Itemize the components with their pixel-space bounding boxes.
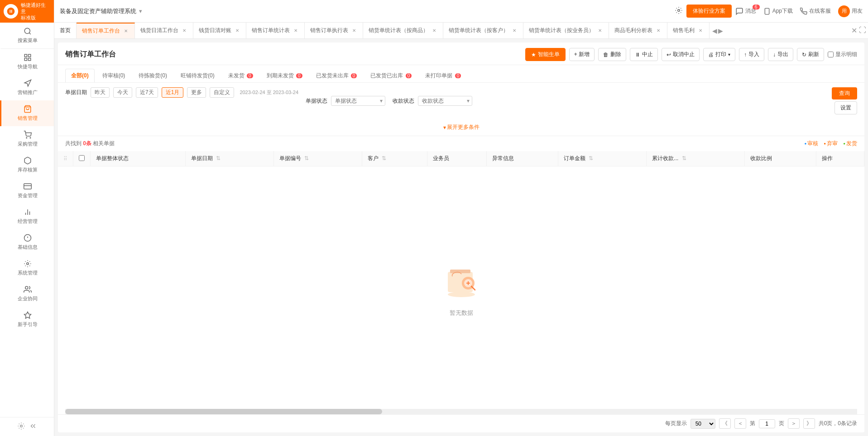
tab-next-icon[interactable]: ▶ (718, 27, 723, 34)
tab-close-icon[interactable]: ✕ (511, 28, 518, 34)
tab-sales-customer[interactable]: 销货单统计表（按客户） ✕ (443, 23, 523, 39)
review-action-button[interactable]: 审核 (804, 140, 818, 147)
solution-button[interactable]: 体验行业方案 (686, 5, 732, 18)
tab-close-all-icon[interactable]: ✕ (851, 26, 857, 35)
sidebar-item-search[interactable]: 搜索菜单 (0, 23, 54, 49)
pagination-prev-button[interactable]: ＜ (734, 418, 746, 429)
payment-select[interactable]: 收款状态 (418, 96, 472, 106)
sidebar-item-purchase[interactable]: 采购管理 (0, 126, 54, 152)
scrollbar-thumb[interactable] (65, 409, 382, 414)
online-service-action[interactable]: 在线客服 (800, 7, 831, 15)
date-filter-1month[interactable]: 近1月 (162, 87, 184, 98)
delete-button[interactable]: 🗑 删除 (598, 48, 626, 61)
tab-sales-exec[interactable]: 销售订单执行表 ✕ (305, 23, 363, 39)
pagination-next-button[interactable]: ＞ (788, 418, 800, 429)
tab-sales-stats[interactable]: 销售订单统计表 ✕ (246, 23, 305, 39)
tab-prev-icon[interactable]: ◀ (712, 27, 717, 34)
tab-money-reconcile[interactable]: 钱货日清对账 ✕ (193, 23, 246, 39)
sidebar-item-marketing[interactable]: 营销推广 (0, 75, 54, 100)
pause-button[interactable]: ⏸ 中止 (630, 48, 658, 61)
page-input[interactable] (759, 419, 775, 428)
add-button[interactable]: + 新增 (569, 48, 595, 61)
sidebar-item-inventory[interactable]: 库存核算 (0, 152, 54, 178)
tab-close-icon[interactable]: ✕ (181, 28, 187, 34)
message-action[interactable]: 消息 6 (735, 7, 756, 15)
sub-tab-overdue-ship[interactable]: 到期未发货 0 (261, 69, 308, 82)
sidebar-item-guide[interactable]: 新手引导 (0, 307, 54, 332)
tab-sales-profit[interactable]: 销售毛利 ✕ (667, 23, 710, 39)
sub-tab-not-printed[interactable]: 未打印单据 0 (419, 69, 467, 82)
page-label: 第 (750, 420, 755, 427)
sidebar-item-cooperation[interactable]: 企业协同 (0, 281, 54, 307)
export-button[interactable]: ↓ 导出 (768, 48, 793, 61)
print-button[interactable]: 🖨 打印 ▾ (703, 48, 735, 61)
show-detail-checkbox[interactable] (828, 52, 834, 57)
date-filter-custom[interactable]: 自定义 (210, 87, 234, 98)
date-filter-today[interactable]: 今天 (113, 87, 132, 98)
cancel-pause-button[interactable]: ↩ 取消中止 (662, 48, 700, 61)
col-number[interactable]: 单据编号 ⇅ (273, 151, 362, 166)
sub-tab-not-shipped[interactable]: 未发货 0 (222, 69, 259, 82)
tab-home[interactable]: 首页 (54, 23, 77, 39)
tab-close-icon[interactable]: ✕ (431, 28, 437, 34)
tab-close-icon[interactable]: ✕ (597, 28, 603, 34)
sidebar-item-business[interactable]: 经营管理 (0, 204, 54, 229)
dropdown-arrow-icon[interactable]: ▾ (139, 8, 142, 14)
pagination-last-button[interactable]: 》 (803, 418, 815, 429)
tab-sales-staff[interactable]: 销货单统计表（按业务员） ✕ (523, 23, 609, 39)
col-collected[interactable]: 累计收款... ⇅ (647, 151, 745, 166)
setting-button[interactable]: 设置 (834, 101, 857, 114)
tab-fullscreen-icon[interactable]: ⛶ (859, 26, 866, 35)
tab-close-icon[interactable]: ✕ (655, 28, 662, 34)
refresh-button[interactable]: ↻ 刷新 (797, 48, 824, 61)
svg-rect-3 (29, 54, 31, 57)
sub-tab-wangpu-ship[interactable]: 旺铺待发货(0) (175, 69, 221, 82)
sub-tab-shipped-not-out[interactable]: 已发货未出库 0 (310, 69, 363, 82)
sidebar-item-basic[interactable]: 基础信息 (0, 229, 54, 255)
horizontal-scrollbar[interactable] (65, 409, 857, 414)
sub-tab-pending-review[interactable]: 待审核(0) (96, 69, 131, 82)
date-filter-more[interactable]: 更多 (187, 87, 206, 98)
tab-close-icon[interactable]: ✕ (697, 28, 704, 34)
col-date[interactable]: 单据日期 ⇅ (185, 151, 273, 166)
settings-gear-icon[interactable] (675, 6, 683, 16)
per-page-select[interactable]: 50 100 200 (691, 419, 715, 429)
user-avatar[interactable]: 用 用友 (838, 5, 863, 17)
pagination-first-button[interactable]: 《 (719, 418, 731, 429)
app-download-action[interactable]: App下载 (763, 7, 793, 15)
orders-table: ⠿ 单据整体状态 单据日期 ⇅ 单据编号 ⇅ 客户 ⇅ 业务员 异常信息 (58, 151, 864, 166)
sidebar-item-sales[interactable]: 销售管理 (0, 100, 54, 126)
tab-close-icon[interactable]: ✕ (234, 28, 240, 34)
tab-close-icon[interactable]: ✕ (351, 28, 357, 34)
sub-tab-shipped-out[interactable]: 已发货已出库 0 (364, 69, 417, 82)
query-button[interactable]: 查询 (832, 87, 857, 100)
svg-point-7 (26, 137, 27, 138)
filter-row-payment: 收款状态 收款状态 (393, 96, 472, 106)
expand-filter-button[interactable]: ▾ 展开更多条件 (443, 123, 480, 131)
svg-point-20 (20, 425, 22, 427)
tab-money-clear[interactable]: 钱货日清工作台 ✕ (135, 23, 193, 39)
sub-tab-all[interactable]: 全部(0) (65, 69, 95, 82)
date-filter-yesterday[interactable]: 昨天 (91, 87, 110, 98)
col-customer[interactable]: 客户 ⇅ (362, 151, 427, 166)
date-filter-7days[interactable]: 近7天 (136, 87, 158, 98)
status-select[interactable]: 单据状态 (331, 96, 385, 106)
ship-action-button[interactable]: 发货 (843, 140, 857, 147)
show-detail-checkbox-label[interactable]: 显示明细 (828, 51, 857, 58)
smart-order-button[interactable]: ★ 智能生单 (525, 48, 566, 61)
collapse-icon[interactable] (29, 422, 37, 431)
select-all-checkbox[interactable] (79, 155, 85, 161)
tab-profit-analysis[interactable]: 商品毛利分析表 ✕ (609, 23, 667, 39)
cancel-review-action-button[interactable]: 弃审 (824, 140, 838, 147)
sidebar-item-system[interactable]: 系统管理 (0, 255, 54, 281)
settings-icon[interactable] (17, 422, 25, 431)
tab-close-icon[interactable]: ✕ (123, 28, 129, 34)
tab-sales-goods[interactable]: 销货单统计表（按商品） ✕ (363, 23, 443, 39)
tab-close-icon[interactable]: ✕ (293, 28, 299, 34)
sub-tab-pending-check[interactable]: 待拣验货(0) (133, 69, 173, 82)
tab-sales-order[interactable]: 销售订单工作台 ✕ (77, 23, 135, 39)
import-button[interactable]: ↑ 导入 (739, 48, 764, 61)
sidebar-item-quicknav[interactable]: 快捷导航 (0, 49, 54, 75)
sidebar-item-finance[interactable]: 资金管理 (0, 178, 54, 204)
col-amount[interactable]: 订单金额 ⇅ (558, 151, 647, 166)
